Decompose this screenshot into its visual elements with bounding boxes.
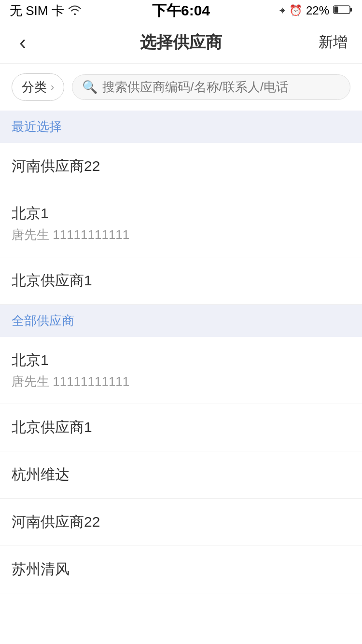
list-item[interactable]: 河南供应商22 bbox=[0, 499, 362, 546]
item-name: 河南供应商22 bbox=[12, 156, 350, 176]
svg-rect-2 bbox=[334, 7, 338, 13]
list-item[interactable]: 北京供应商1 bbox=[0, 257, 362, 305]
list-item[interactable]: 杭州维达 bbox=[0, 451, 362, 499]
svg-rect-1 bbox=[350, 8, 352, 12]
back-button[interactable]: ‹ bbox=[14, 26, 31, 59]
item-name: 北京供应商1 bbox=[12, 418, 350, 437]
recent-section-label: 最近选择 bbox=[12, 119, 62, 134]
alarm-icon: ⏰ bbox=[289, 4, 302, 17]
status-right: ⌖ ⏰ 22% bbox=[279, 4, 352, 17]
chevron-right-icon: › bbox=[51, 81, 54, 94]
list-item[interactable]: 河南供应商22 bbox=[0, 143, 362, 190]
recent-section-header: 最近选择 bbox=[0, 111, 362, 143]
add-button[interactable]: 新增 bbox=[319, 32, 348, 52]
search-icon: 🔍 bbox=[82, 80, 97, 95]
all-list: 北京1唐先生 11111111111北京供应商1杭州维达河南供应商22苏州清风 bbox=[0, 337, 362, 593]
item-sub: 唐先生 11111111111 bbox=[12, 226, 350, 243]
list-item[interactable]: 北京供应商1 bbox=[0, 404, 362, 451]
nav-bar: ‹ 选择供应商 新增 bbox=[0, 21, 362, 64]
status-bar: 无 SIM 卡 下午6:04 ⌖ ⏰ 22% bbox=[0, 0, 362, 21]
status-time: 下午6:04 bbox=[152, 1, 210, 21]
battery-text: 22% bbox=[306, 4, 329, 17]
item-name: 北京1 bbox=[12, 204, 350, 224]
location-icon: ⌖ bbox=[279, 4, 285, 17]
item-name: 北京供应商1 bbox=[12, 271, 350, 291]
item-name: 北京1 bbox=[12, 350, 350, 370]
status-left: 无 SIM 卡 bbox=[10, 2, 82, 19]
all-section-header: 全部供应商 bbox=[0, 305, 362, 337]
list-item[interactable]: 北京1唐先生 11111111111 bbox=[0, 190, 362, 257]
category-button[interactable]: 分类 › bbox=[12, 73, 64, 101]
item-sub: 唐先生 11111111111 bbox=[12, 373, 350, 390]
filter-row: 分类 › 🔍 bbox=[0, 64, 362, 111]
no-sim-text: 无 SIM 卡 bbox=[10, 2, 64, 19]
item-name: 河南供应商22 bbox=[12, 512, 350, 532]
item-name: 杭州维达 bbox=[12, 465, 350, 485]
page-title: 选择供应商 bbox=[140, 31, 222, 54]
search-box[interactable]: 🔍 bbox=[72, 74, 350, 100]
search-input[interactable] bbox=[102, 80, 340, 95]
list-item[interactable]: 北京1唐先生 11111111111 bbox=[0, 337, 362, 404]
battery-icon bbox=[333, 4, 352, 17]
recent-list: 河南供应商22北京1唐先生 11111111111北京供应商1 bbox=[0, 143, 362, 305]
list-item[interactable]: 苏州清风 bbox=[0, 546, 362, 593]
item-name: 苏州清风 bbox=[12, 560, 350, 579]
all-section-label: 全部供应商 bbox=[12, 313, 74, 328]
wifi-icon bbox=[68, 3, 82, 18]
category-label: 分类 bbox=[22, 79, 47, 96]
